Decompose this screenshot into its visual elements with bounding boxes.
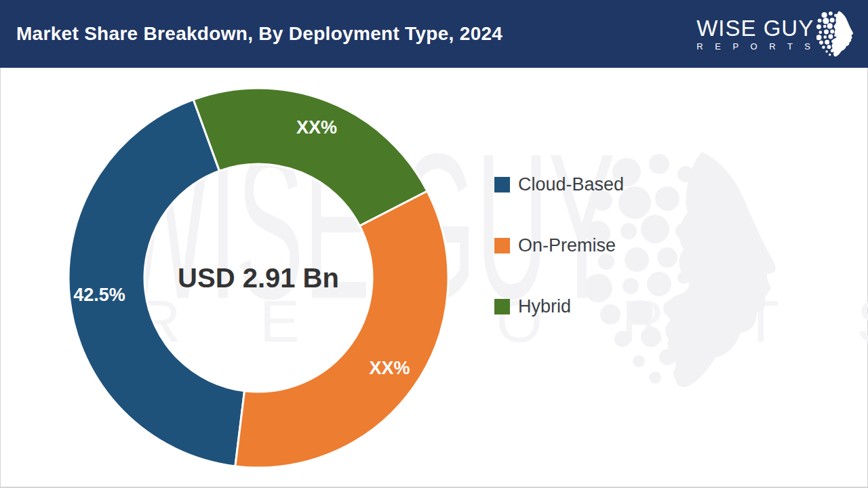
- slice-label-hybrid: XX%: [296, 117, 337, 138]
- legend-item-on-premise: On-Premise: [494, 235, 624, 256]
- logo-text: WISE GUY R E P O R T S: [696, 17, 815, 51]
- center-value-label: USD 2.91 Bn: [178, 263, 339, 293]
- legend-label: On-Premise: [518, 235, 616, 256]
- report-infographic: Market Share Breakdown, By Deployment Ty…: [0, 0, 868, 488]
- logo-wordmark: WISE GUY: [696, 17, 815, 39]
- wiseguy-head-icon: [816, 8, 856, 60]
- legend-label: Hybrid: [518, 296, 571, 317]
- slice-on-premise: [235, 191, 448, 468]
- slice-label-cloud-based: 42.5%: [73, 285, 125, 305]
- legend-item-cloud-based: Cloud-Based: [494, 174, 624, 195]
- logo-subtitle: R E P O R T S: [696, 42, 815, 51]
- legend-swatch-on-premise: [494, 238, 510, 253]
- slice-label-on-premise: XX%: [370, 358, 410, 378]
- legend-swatch-hybrid: [494, 299, 510, 314]
- slice-hybrid: [193, 88, 427, 226]
- chart-area: WISE GUY R E P O R T S 42.5%XX%XX% USD 2…: [0, 68, 868, 488]
- legend-item-hybrid: Hybrid: [494, 296, 624, 317]
- page-title: Market Share Breakdown, By Deployment Ty…: [16, 23, 502, 45]
- legend-swatch-cloud-based: [494, 177, 510, 192]
- legend: Cloud-Based On-Premise Hybrid: [494, 174, 624, 317]
- legend-label: Cloud-Based: [518, 174, 624, 195]
- header-bar: Market Share Breakdown, By Deployment Ty…: [0, 0, 868, 68]
- wiseguy-logo: WISE GUY R E P O R T S: [696, 8, 856, 60]
